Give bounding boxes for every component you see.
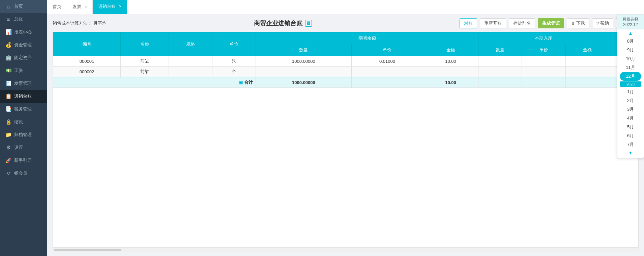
cost-method-area: 销售成本计算方法： 月平均 — [53, 20, 107, 26]
table-row: 000002 前缸 个 — [53, 67, 638, 77]
th-in-qty: 数量 — [478, 44, 522, 56]
th-unit: 单位 — [212, 32, 256, 56]
month-item-5[interactable]: 5月 — [617, 123, 639, 131]
sidebar-item-invoice-mgmt[interactable]: 🧾 发票管理 — [0, 77, 47, 90]
month-item-8[interactable]: 8月 — [617, 37, 639, 46]
tab-invoice-label: 发票 — [72, 4, 81, 10]
funds-icon: 💰 — [5, 42, 11, 48]
page-title-area: 商贸企业进销台账 目 — [254, 19, 312, 27]
horizontal-scrollbar[interactable] — [54, 249, 121, 251]
sidebar-item-label: 固定资产 — [14, 55, 32, 61]
sidebar: ⌂ 首页 ≡ 总账 📊 报表中心 💰 资金管理 🏢 固定资产 💵 工资 🧾 发票… — [0, 0, 47, 256]
title-info-icon[interactable]: 目 — [305, 20, 312, 27]
month-item-1[interactable]: 1月 — [617, 87, 639, 96]
cell-in-amount — [565, 67, 609, 77]
cell-spec — [169, 56, 212, 67]
page-title: 商贸企业进销台账 — [254, 19, 302, 27]
month-item-4[interactable]: 4月 — [617, 114, 639, 123]
sidebar-item-label: 结账 — [14, 119, 23, 125]
month-item-2[interactable]: 2月 — [617, 96, 639, 105]
month-nav-down[interactable]: ▼ — [617, 149, 639, 156]
th-in-amount: 金额 — [565, 44, 609, 56]
cell-unit: 个 — [212, 67, 256, 77]
sidebar-item-inventory[interactable]: 📋 进销台账 — [0, 90, 47, 103]
sidebar-item-label: 首页 — [14, 3, 23, 9]
th-id: 编号 — [53, 32, 121, 56]
sidebar-item-closing[interactable]: 🔒 结账 — [0, 116, 47, 128]
sidebar-item-label: 归档管理 — [14, 132, 32, 138]
month-item-6[interactable]: 6月 — [617, 131, 639, 140]
generate-voucher-button[interactable]: 生成凭证 — [538, 18, 564, 28]
sidebar-item-vip[interactable]: V 畅会员 — [0, 167, 47, 180]
sidebar-item-ledger[interactable]: ≡ 总账 — [0, 13, 47, 26]
cell-name: 前缸 — [121, 56, 169, 67]
cell-open-qty: 1000.00000 — [256, 56, 352, 67]
sidebar-item-funds[interactable]: 💰 资金管理 — [0, 39, 47, 51]
month-item-9[interactable]: 9月 — [617, 46, 639, 54]
month-item-7[interactable]: 7月 — [617, 140, 639, 149]
help-icon: ? — [596, 21, 599, 26]
download-button[interactable]: ⬇ 下载 — [567, 18, 589, 28]
cell-in-price — [522, 67, 565, 77]
inventory-icon: 📋 — [5, 93, 11, 99]
sidebar-item-label: 进销台账 — [14, 93, 32, 99]
tab-invoice[interactable]: 发票 × — [67, 0, 93, 14]
download-icon: ⬇ — [571, 21, 575, 26]
cost-method-value: 月平均 — [93, 21, 107, 26]
reports-icon: 📊 — [5, 29, 11, 35]
total-open-qty: 1000.00000 — [256, 77, 352, 88]
cell-in-qty — [478, 67, 522, 77]
tab-home[interactable]: 首页 — [47, 0, 67, 14]
sidebar-item-label: 总账 — [14, 16, 23, 22]
inventory-table-wrapper: 编号 名称 规格 单位 期初余额 本期入库 数 数量 单价 金额 数 — [53, 32, 639, 247]
cell-id: 000002 — [53, 67, 121, 77]
content-area: ✕ ⤢ 销售成本计算方法： 月平均 商贸企业进销台账 目 对账 — [47, 14, 644, 256]
month-nav-up[interactable]: ▲ — [617, 32, 639, 37]
sidebar-item-label: 报表中心 — [14, 29, 32, 35]
guide-icon: 🚀 — [5, 157, 11, 163]
help-button[interactable]: ? 帮助 — [592, 18, 613, 28]
tab-inventory-close[interactable]: × — [119, 4, 121, 9]
invoice-mgmt-icon: 🧾 — [5, 80, 11, 86]
tab-inventory[interactable]: 进销台账 × — [93, 0, 127, 14]
sidebar-item-label: 发票管理 — [14, 80, 32, 86]
sidebar-item-settings[interactable]: ⚙ 设置 — [0, 141, 47, 154]
sidebar-item-home[interactable]: ⌂ 首页 — [0, 0, 47, 13]
month-item-11[interactable]: 11月 — [617, 63, 639, 72]
scrollbar-area[interactable] — [53, 247, 639, 252]
main-area: 首页 发票 × 进销台账 × ✕ ⤢ 销售成本计算方法： 月平均 — [47, 0, 644, 256]
sidebar-item-payroll[interactable]: 💵 工资 — [0, 64, 47, 77]
month-item-12[interactable]: 12月 — [620, 72, 639, 81]
sidebar-item-label: 税务管理 — [14, 106, 32, 112]
payroll-icon: 💵 — [5, 68, 11, 74]
tab-invoice-close[interactable]: × — [85, 4, 87, 9]
sidebar-item-guide[interactable]: 🚀 新手引导 — [0, 154, 47, 167]
reconcile-button[interactable]: 对账 — [460, 18, 477, 28]
sidebar-item-archive[interactable]: 📁 归档管理 — [0, 128, 47, 141]
cell-unit: 只 — [212, 56, 256, 67]
table-header-row1: 编号 名称 规格 单位 期初余额 本期入库 数 — [53, 32, 638, 44]
cell-open-price: 0.01000 — [351, 56, 423, 67]
sidebar-item-tax[interactable]: 📑 税务管理 — [0, 103, 47, 116]
tab-home-label: 首页 — [53, 4, 61, 10]
top-bar: 销售成本计算方法： 月平均 商贸企业进销台账 目 对账 重新开账 存货别名 — [53, 18, 639, 28]
tax-icon: 📑 — [5, 106, 11, 112]
cell-open-qty — [256, 67, 352, 77]
month-prev-icon[interactable]: ▲ — [627, 32, 634, 36]
cell-in-amount — [565, 56, 609, 67]
total-in-amount — [565, 77, 609, 88]
table-row: 000001 前缸 只 1000.00000 0.01000 10.00 — [53, 56, 638, 67]
month-selector-panel: 月份选择 2022.12 ▲ 8月 9月 10月 11月 12月 2023 1月… — [617, 32, 639, 158]
month-item-10[interactable]: 10月 — [617, 54, 639, 63]
total-label: ▣合计 — [53, 77, 256, 88]
month-item-3[interactable]: 3月 — [617, 105, 639, 114]
total-in-price — [522, 77, 565, 88]
th-name: 名称 — [121, 32, 169, 56]
save-alias-button[interactable]: 存货别名 — [509, 18, 535, 28]
sidebar-item-label: 设置 — [14, 145, 23, 151]
sidebar-item-assets[interactable]: 🏢 固定资产 — [0, 51, 47, 64]
month-next-icon[interactable]: ▼ — [627, 150, 634, 155]
sidebar-item-reports[interactable]: 📊 报表中心 — [0, 26, 47, 39]
cell-in-qty — [478, 56, 522, 67]
reopen-button[interactable]: 重新开账 — [480, 18, 506, 28]
